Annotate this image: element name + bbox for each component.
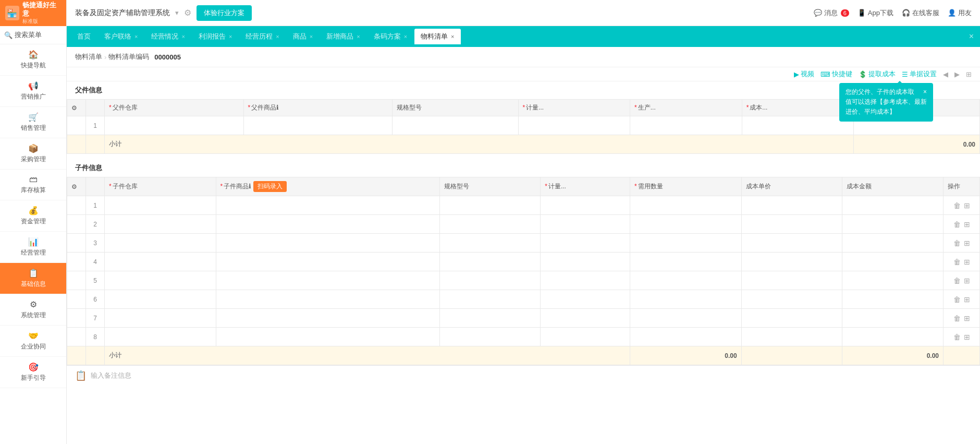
tab-customer-label: 客户联络 [104, 32, 131, 41]
tab-operations[interactable]: 经营情况 × [145, 29, 191, 44]
keyboard-icon: ⌨ [820, 70, 830, 78]
copy-icon-3[interactable]: ⊞ [964, 239, 970, 247]
breadcrumb-item-bom-code-label: 物料清单编码 [108, 52, 149, 62]
parent-row-1-unit[interactable] [518, 116, 630, 135]
copy-icon-8[interactable]: ⊞ [964, 333, 970, 341]
delete-icon-5[interactable]: 🗑 [953, 277, 961, 285]
child-row-2-goods[interactable] [216, 215, 439, 234]
toolbar-grid-icon[interactable]: ⊞ [966, 70, 972, 78]
child-row-2-spec[interactable] [439, 215, 541, 234]
sidebar-item-basic-info[interactable]: 📋 基础信息 [0, 263, 66, 294]
copy-icon-5[interactable]: ⊞ [964, 277, 970, 285]
tab-bom[interactable]: 物料清单 × [414, 29, 460, 44]
bottom-placeholder[interactable]: 输入备注信息 [91, 371, 131, 380]
parent-row-1-settings [67, 116, 86, 135]
tab-home[interactable]: 首页 [71, 29, 97, 44]
tab-bom-close[interactable]: × [451, 33, 454, 40]
sidebar-item-finance[interactable]: 💰 资金管理 [0, 200, 66, 232]
message-item[interactable]: 💬 消息 6 [814, 8, 849, 18]
message-label: 消息 [824, 8, 838, 18]
tab-history-close[interactable]: × [276, 33, 279, 40]
copy-icon-2[interactable]: ⊞ [964, 220, 970, 229]
sidebar-item-label: 快捷导航 [21, 61, 46, 70]
tab-profit-close[interactable]: × [229, 33, 232, 40]
tab-barcode-close[interactable]: × [404, 33, 407, 40]
parent-col-unit: *计量... [518, 100, 630, 116]
toolbar-nav-prev[interactable]: ◀ [943, 70, 948, 78]
sidebar-item-marketing[interactable]: 📢 营销推广 [0, 76, 66, 107]
copy-icon-1[interactable]: ⊞ [964, 201, 970, 210]
tab-customer-close[interactable]: × [134, 33, 138, 40]
parent-row-1-cost[interactable] [742, 116, 854, 135]
breadcrumb-item-bom-list[interactable]: 物料清单 [75, 52, 102, 62]
sidebar-item-guide[interactable]: 🎯 新手引导 [0, 357, 66, 388]
topbar-settings-icon[interactable]: ⚙ [184, 8, 191, 18]
sidebar-item-quick-nav[interactable]: 🏠 快捷导航 [0, 44, 66, 76]
tooltip-close-btn[interactable]: × [923, 87, 927, 97]
toolbar-cost[interactable]: 💲 提取成本 [859, 69, 896, 79]
tab-profit[interactable]: 利润报告 × [192, 29, 238, 44]
child-row-1-qty[interactable] [630, 196, 742, 215]
sidebar-item-operations[interactable]: 📊 经营管理 [0, 232, 66, 263]
delete-icon-3[interactable]: 🗑 [953, 239, 961, 247]
delete-icon-1[interactable]: 🗑 [953, 201, 961, 210]
sidebar-item-collab[interactable]: 🤝 企业协同 [0, 326, 66, 357]
toolbar-nav-next[interactable]: ▶ [954, 70, 960, 78]
child-row-2-amount[interactable] [842, 215, 944, 234]
tab-new-goods-close[interactable]: × [357, 33, 360, 40]
child-row-1-goods[interactable] [216, 196, 439, 215]
copy-icon-6[interactable]: ⊞ [964, 295, 970, 304]
logo-text: 畅捷通好生意 [22, 1, 61, 17]
parent-row-1-spec[interactable] [392, 116, 518, 135]
child-row-1-spec[interactable] [439, 196, 541, 215]
child-row-1-amount[interactable] [842, 196, 944, 215]
sidebar-item-sales[interactable]: 🛒 销售管理 [0, 107, 66, 138]
search-menu[interactable]: 🔍 搜索菜单 [0, 26, 66, 44]
child-row-2-warehouse[interactable] [105, 215, 216, 234]
child-row-1-unit[interactable] [541, 196, 630, 215]
sidebar-item-label: 库存核算 [21, 186, 46, 195]
tab-goods[interactable]: 商品 × [287, 29, 319, 44]
online-service-item[interactable]: 🎧 在线客服 [902, 8, 939, 18]
tab-history[interactable]: 经营历程 × [239, 29, 285, 44]
nav-close-all-btn[interactable]: × [967, 32, 976, 41]
user-item[interactable]: 👤 用友 [948, 8, 972, 18]
delete-icon-2[interactable]: 🗑 [953, 220, 961, 229]
parent-row-1-warehouse[interactable] [105, 116, 244, 135]
toolbar-video[interactable]: ▶ 视频 [794, 69, 814, 79]
child-col-settings[interactable]: ⚙ [67, 177, 86, 196]
tab-barcode[interactable]: 条码方案 × [368, 29, 413, 44]
tab-goods-close[interactable]: × [310, 33, 313, 40]
tab-new-goods[interactable]: 新增商品 × [320, 29, 366, 44]
main-content: 装备及固定资产辅助管理系统 ▾ ⚙ 体验行业方案 💬 消息 6 📱 App下载 … [67, 0, 980, 444]
child-row-2-unit-cost[interactable] [741, 215, 842, 234]
sidebar-item-system[interactable]: ⚙ 系统管理 [0, 294, 66, 326]
single-settings-icon: ☰ [902, 70, 908, 78]
child-row-2-unit[interactable] [541, 215, 630, 234]
online-service-label: 在线客服 [912, 8, 939, 18]
child-row-1-warehouse[interactable] [105, 196, 216, 215]
child-row-1-unit-cost[interactable] [741, 196, 842, 215]
tab-barcode-label: 条码方案 [374, 32, 401, 41]
toolbar-shortcut[interactable]: ⌨ 快捷键 [820, 69, 852, 79]
delete-icon-8[interactable]: 🗑 [953, 333, 961, 341]
delete-icon-7[interactable]: 🗑 [953, 314, 961, 322]
parent-row-1-produce[interactable] [630, 116, 742, 135]
sidebar-item-purchase[interactable]: 📦 采购管理 [0, 138, 66, 170]
tab-customer[interactable]: 客户联络 × [98, 29, 144, 44]
toolbar-single-settings[interactable]: ☰ 单据设置 [902, 69, 937, 79]
child-row-2-qty[interactable] [630, 215, 742, 234]
delete-icon-6[interactable]: 🗑 [953, 295, 961, 304]
scan-btn[interactable]: 扫码录入 [253, 181, 287, 192]
copy-icon-4[interactable]: ⊞ [964, 258, 970, 266]
system-title-arrow[interactable]: ▾ [175, 9, 179, 17]
parent-col-settings[interactable]: ⚙ [67, 100, 86, 116]
sidebar-item-inventory[interactable]: 🗃 库存核算 [0, 170, 66, 200]
parent-row-1-goods[interactable] [243, 116, 392, 135]
trial-btn[interactable]: 体验行业方案 [197, 5, 252, 21]
app-download-item[interactable]: 📱 App下载 [858, 8, 893, 18]
tab-operations-close[interactable]: × [181, 33, 185, 40]
purchase-icon: 📦 [28, 143, 39, 153]
delete-icon-4[interactable]: 🗑 [953, 258, 961, 266]
copy-icon-7[interactable]: ⊞ [964, 314, 970, 322]
